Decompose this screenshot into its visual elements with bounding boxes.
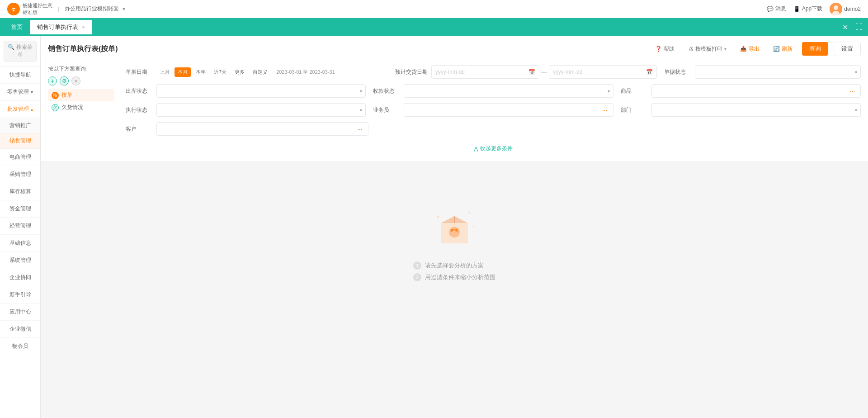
filter-fields-panel: 单据日期 上月 本月 本年 近7天 更多 自定义 2023-03-01 至 20…	[126, 65, 861, 156]
app-download-icon: 📱	[793, 6, 800, 12]
doc-date-label: 单据日期	[126, 68, 153, 76]
scheme-collapse-button[interactable]: «	[71, 76, 80, 86]
filter-schemes-panel: 按以下方案查询 + ⚙ « 按 按单	[48, 65, 120, 156]
filter-item-salesman: 业务员 ···	[373, 103, 613, 117]
message-icon: 💬	[767, 6, 774, 12]
template-print-button[interactable]: 🖨 按模板打印 ▾	[684, 43, 731, 55]
sidebar-item-enterprise-wechat[interactable]: 企业微信	[0, 321, 40, 338]
logo-text: 畅捷通好生意 标准版	[23, 2, 52, 15]
settings-button[interactable]: 设置	[834, 42, 861, 56]
customer-ellipsis-btn[interactable]: ···	[355, 125, 364, 133]
quick-date-last-month[interactable]: 上月	[156, 67, 173, 77]
step-num-2: 2	[413, 273, 421, 281]
filter-item-customer: 客户 ···	[126, 122, 368, 136]
refresh-button[interactable]: 🔄 刷新	[769, 43, 797, 55]
out-status-select-wrapper: ▾	[156, 84, 366, 98]
sidebar-item-quick-nav[interactable]: 快捷导航	[0, 66, 40, 84]
doc-status-select[interactable]	[695, 65, 861, 79]
salesman-ellipsis-btn[interactable]: ···	[600, 106, 609, 114]
quick-date-this-month[interactable]: 本月	[175, 67, 191, 77]
sidebar-item-inventory[interactable]: 库存核算	[0, 183, 40, 200]
empty-steps: 1 请先选择要分析的方案 2 用过滤条件来缩小分析范围	[413, 261, 495, 285]
calendar-icon-start: 📅	[528, 69, 535, 75]
scheme-settings-button[interactable]: ⚙	[60, 76, 69, 86]
content-area: 销售订单执行表(按单) ❓ 帮助 🖨 按模板打印 ▾ 📤 导出	[41, 36, 868, 418]
filter-item-out-status: 出库状态 ▾	[126, 84, 366, 98]
product-label: 商品	[621, 87, 648, 95]
user-menu[interactable]: demo2	[830, 3, 861, 15]
sidebar-item-ecommerce[interactable]: 电商管理	[0, 149, 40, 166]
sidebar-item-marketing[interactable]: 营销推广	[0, 118, 40, 133]
scheme-icon-primary: 按	[52, 92, 59, 99]
exec-status-select[interactable]	[156, 103, 366, 117]
svg-point-8	[456, 229, 458, 231]
filter-schemes-title: 按以下方案查询	[48, 65, 114, 73]
breadcrumb: 办公用品行业模拟账套	[65, 5, 119, 13]
sidebar-item-collaboration[interactable]: 企业协同	[0, 269, 40, 286]
sidebar-item-guide[interactable]: 新手引导	[0, 286, 40, 304]
search-button[interactable]: 查询	[802, 42, 828, 56]
chevron-down-icon: ▾	[31, 90, 33, 95]
product-input-wrapper[interactable]: ···	[651, 84, 861, 98]
collapse-icon: ⋀	[474, 146, 478, 152]
message-button[interactable]: 💬 消息	[767, 5, 786, 13]
salesman-input-wrapper[interactable]: ···	[404, 103, 613, 117]
sidebar-item-sales-mgmt[interactable]: 销售管理	[0, 133, 40, 149]
filter-item-dept: 部门 ▾	[621, 103, 861, 117]
tab-restore-icon[interactable]: ✕	[840, 21, 850, 33]
svg-text:✦: ✦	[468, 211, 471, 215]
help-button[interactable]: ❓ 帮助	[651, 43, 679, 55]
quick-date-7days[interactable]: 近7天	[211, 67, 230, 77]
logo-icon	[7, 3, 20, 15]
quick-date-custom[interactable]: 自定义	[250, 67, 271, 77]
sidebar-item-basic-info[interactable]: 基础信息	[0, 235, 40, 252]
page-title: 销售订单执行表(按单)	[48, 44, 118, 54]
step-num-1: 1	[413, 261, 421, 270]
export-button[interactable]: 📤 导出	[736, 43, 764, 55]
tab-sales-order-label: 销售订单执行表	[37, 23, 78, 31]
product-ellipsis-btn[interactable]: ···	[848, 87, 857, 95]
nav-maximize: ✕ ⛶	[840, 21, 864, 33]
breadcrumb-arrow[interactable]: ▾	[123, 6, 125, 12]
filter-row-3: 执行状态 ▾ 业务员	[126, 103, 861, 117]
chevron-up-icon: ▴	[31, 107, 33, 112]
top-header-right: 💬 消息 📱 App下载 demo2	[767, 3, 861, 15]
empty-illustration: ✦ ✦ ✦	[427, 198, 481, 252]
filter-item-forecast-date: 预计交货日期 yyyy-mm-dd 📅 — yyyy-mm-dd	[395, 65, 657, 79]
date-separator: —	[541, 69, 547, 76]
sidebar-item-operations[interactable]: 经营管理	[0, 218, 40, 235]
scheme-item-by-order[interactable]: 按 按单	[48, 89, 114, 101]
quick-date-more[interactable]: 更多	[231, 67, 248, 77]
filter-row-2: 出库状态 ▾ 收款状态	[126, 84, 861, 98]
sidebar-item-purchase[interactable]: 采购管理	[0, 166, 40, 183]
sidebar-search-button[interactable]: 🔍 搜索菜单	[4, 41, 37, 62]
tab-close-icon[interactable]: ×	[82, 24, 85, 30]
collect-status-select[interactable]	[404, 84, 613, 98]
sidebar-item-app-center[interactable]: 应用中心	[0, 304, 40, 321]
sidebar-item-system[interactable]: 系统管理	[0, 252, 40, 269]
forecast-date-start[interactable]: yyyy-mm-dd 📅	[431, 65, 539, 79]
svg-text:✦: ✦	[472, 225, 475, 228]
scheme-item-shortage[interactable]: 欠 欠货情况	[48, 101, 114, 114]
sidebar-item-wholesale[interactable]: 批发管理 ▴	[0, 101, 40, 118]
svg-point-6	[449, 227, 460, 238]
collapse-more-button[interactable]: ⋀ 收起更多条件	[126, 141, 861, 156]
sidebar-item-retail[interactable]: 零售管理 ▾	[0, 84, 40, 101]
forecast-date-end[interactable]: yyyy-mm-dd 📅	[549, 65, 657, 79]
filter-item-collect-status: 收款状态 ▾	[373, 84, 613, 98]
svg-point-1	[13, 10, 14, 11]
tab-sales-order[interactable]: 销售订单执行表 ×	[30, 20, 92, 34]
tab-maximize-icon[interactable]: ⛶	[854, 21, 864, 33]
tab-home[interactable]: 首页	[4, 20, 30, 34]
sidebar-item-member[interactable]: 畅会员	[0, 338, 40, 355]
sidebar-item-finance[interactable]: 资金管理	[0, 200, 40, 218]
dept-select[interactable]	[651, 103, 861, 117]
quick-date-this-year[interactable]: 本年	[193, 67, 209, 77]
customer-input-wrapper[interactable]: ···	[156, 122, 368, 136]
app-download-button[interactable]: 📱 App下载	[793, 5, 822, 13]
logo-area: 畅捷通好生意 标准版	[7, 2, 52, 15]
svg-point-7	[451, 229, 453, 231]
add-scheme-button[interactable]: +	[48, 76, 57, 86]
out-status-select[interactable]	[156, 84, 366, 98]
sidebar-search-section: 🔍 搜索菜单	[0, 36, 40, 66]
